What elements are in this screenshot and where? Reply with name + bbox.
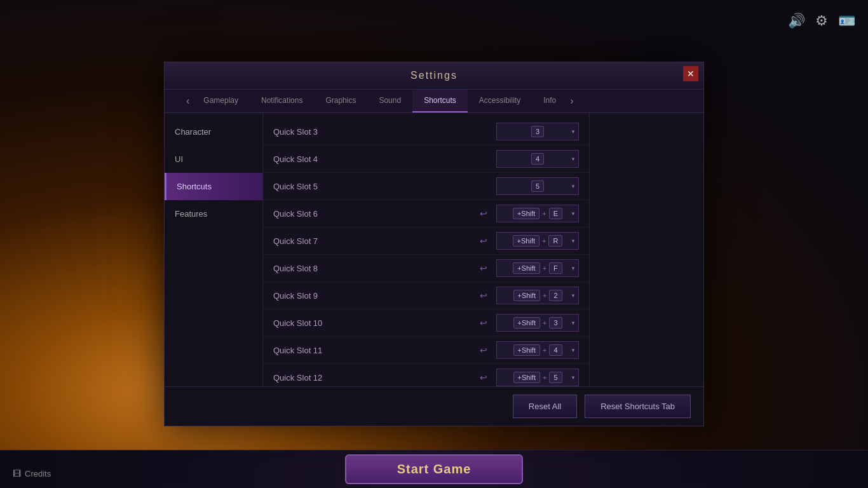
shortcut-label-9: Quick Slot 9 — [273, 291, 476, 301]
reset-icon-12[interactable]: ↩ — [476, 372, 491, 383]
reset-icon-8[interactable]: ↩ — [476, 263, 491, 273]
plus-9: + — [543, 292, 546, 299]
right-panel — [589, 113, 703, 386]
shortcut-label-7: Quick Slot 7 — [273, 236, 476, 246]
key-binding-3[interactable]: 3 — [496, 123, 579, 140]
shortcut-label-10: Quick Slot 10 — [273, 318, 476, 328]
plus-12: + — [543, 374, 546, 381]
key-badge-10: 3 — [549, 317, 562, 329]
shortcut-label-8: Quick Slot 8 — [273, 264, 476, 273]
plus-7: + — [542, 237, 546, 245]
shortcut-row-5: Quick Slot 5 5 — [263, 173, 589, 200]
settings-window: Settings ✕ ‹ Gameplay Notifications Grap… — [164, 62, 704, 426]
modifier-badge-8: +Shift — [513, 262, 539, 274]
key-badge-3: 3 — [531, 126, 544, 137]
shortcut-row-9: Quick Slot 9 ↩ +Shift + 2 — [263, 282, 589, 309]
key-badge-9: 2 — [549, 290, 562, 301]
shortcut-label-4: Quick Slot 4 — [273, 154, 496, 164]
key-badge-5: 5 — [531, 180, 544, 192]
modifier-badge-11: +Shift — [513, 344, 540, 356]
plus-10: + — [543, 319, 546, 327]
reset-all-button[interactable]: Reset All — [513, 395, 577, 418]
tab-notifications[interactable]: Notifications — [250, 90, 314, 112]
tab-arrow-right[interactable]: › — [567, 90, 576, 112]
reset-icon-9[interactable]: ↩ — [476, 290, 491, 301]
tab-accessibility[interactable]: Accessibility — [468, 90, 532, 112]
key-badge-8: F — [549, 262, 562, 274]
modifier-badge-6: +Shift — [513, 208, 539, 219]
tab-shortcuts[interactable]: Shortcuts — [412, 90, 468, 112]
shortcut-label-6: Quick Slot 6 — [273, 209, 476, 219]
reset-tab-button[interactable]: Reset Shortcuts Tab — [585, 395, 691, 418]
shortcut-row-10: Quick Slot 10 ↩ +Shift + 3 — [263, 309, 589, 337]
tab-sound[interactable]: Sound — [367, 90, 412, 112]
tabs-row: ‹ Gameplay Notifications Graphics Sound … — [165, 90, 703, 113]
content-area: Character UI Shortcuts Features Quick Sl… — [165, 113, 703, 386]
key-badge-12: 5 — [549, 372, 562, 383]
modifier-badge-9: +Shift — [513, 290, 540, 301]
shortcuts-list: Quick Slot 3 3 Quick Slot 4 4 Quick Slot… — [263, 113, 589, 386]
settings-title: Settings — [410, 70, 458, 81]
sidebar-item-ui[interactable]: UI — [165, 146, 262, 173]
key-binding-4[interactable]: 4 — [496, 150, 579, 168]
modifier-badge-7: +Shift — [513, 235, 539, 247]
shortcut-label-12: Quick Slot 12 — [273, 373, 476, 383]
key-binding-9[interactable]: +Shift + 2 — [496, 287, 579, 304]
plus-8: + — [543, 264, 546, 272]
shortcut-row-7: Quick Slot 7 ↩ +Shift + R — [263, 227, 589, 255]
close-button[interactable]: ✕ — [683, 66, 698, 81]
plus-6: + — [542, 210, 546, 217]
modal-overlay: Settings ✕ ‹ Gameplay Notifications Grap… — [0, 0, 868, 488]
tab-info[interactable]: Info — [532, 90, 567, 112]
tab-arrow-left[interactable]: ‹ — [184, 90, 192, 112]
shortcut-row-6: Quick Slot 6 ↩ +Shift + E — [263, 200, 589, 227]
tab-graphics[interactable]: Graphics — [314, 90, 367, 112]
key-binding-7[interactable]: +Shift + R — [496, 232, 579, 250]
shortcut-row-3: Quick Slot 3 3 — [263, 118, 589, 146]
sidebar-item-character[interactable]: Character — [165, 118, 262, 146]
key-badge-6: E — [549, 208, 562, 219]
key-badge-11: 4 — [549, 344, 562, 356]
key-binding-8[interactable]: +Shift + F — [496, 259, 579, 277]
shortcut-row-12: Quick Slot 12 ↩ +Shift + 5 — [263, 364, 589, 386]
shortcut-label-11: Quick Slot 11 — [273, 346, 476, 355]
reset-icon-7[interactable]: ↩ — [476, 236, 491, 246]
key-binding-6[interactable]: +Shift + E — [496, 205, 579, 222]
tab-gameplay[interactable]: Gameplay — [192, 90, 250, 112]
shortcut-label-3: Quick Slot 3 — [273, 127, 496, 137]
key-binding-10[interactable]: +Shift + 3 — [496, 314, 579, 332]
key-binding-5[interactable]: 5 — [496, 177, 579, 195]
shortcut-row-11: Quick Slot 11 ↩ +Shift + 4 — [263, 337, 589, 364]
key-binding-12[interactable]: +Shift + 5 — [496, 369, 579, 386]
shortcut-label-5: Quick Slot 5 — [273, 182, 496, 191]
key-badge-7: R — [548, 235, 562, 247]
settings-header: Settings ✕ — [165, 62, 703, 90]
sidebar: Character UI Shortcuts Features — [165, 113, 263, 386]
key-badge-4: 4 — [531, 153, 544, 165]
shortcut-row-8: Quick Slot 8 ↩ +Shift + F — [263, 255, 589, 282]
reset-icon-11[interactable]: ↩ — [476, 345, 491, 355]
footer-buttons: Reset All Reset Shortcuts Tab — [165, 386, 703, 426]
sidebar-item-features[interactable]: Features — [165, 200, 262, 227]
reset-icon-10[interactable]: ↩ — [476, 318, 491, 328]
shortcut-row-4: Quick Slot 4 4 — [263, 146, 589, 173]
modifier-badge-12: +Shift — [513, 372, 540, 383]
key-binding-11[interactable]: +Shift + 4 — [496, 341, 579, 359]
sidebar-item-shortcuts[interactable]: Shortcuts — [165, 173, 262, 200]
reset-icon-6[interactable]: ↩ — [476, 208, 491, 219]
modifier-badge-10: +Shift — [513, 317, 540, 329]
plus-11: + — [543, 346, 546, 354]
